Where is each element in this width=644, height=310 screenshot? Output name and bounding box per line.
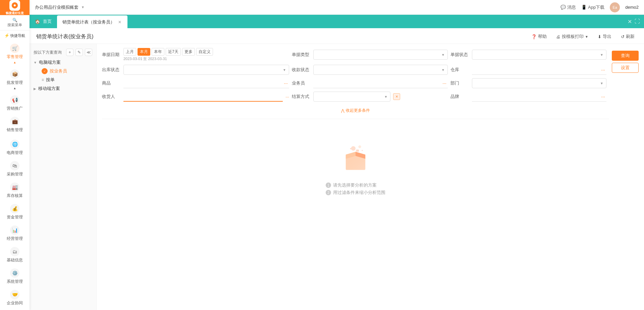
message-icon: 💬 (560, 5, 566, 10)
doc-type-dropdown[interactable]: ▼ (313, 50, 448, 60)
tree-item-by-staff[interactable]: ✓ 按业务员 (30, 67, 96, 75)
export-btn[interactable]: ⬇ 导出 (595, 32, 614, 41)
tab-sales-stat-label: 销货单统计表（按业务员） (62, 19, 115, 25)
date-btn-custom[interactable]: 自定义 (196, 48, 213, 56)
tab-close-icon[interactable]: ✕ (117, 20, 122, 24)
order-icon: ≡ (42, 78, 44, 82)
warehouse-input[interactable]: ··· (472, 65, 606, 75)
sidebar-item-stock[interactable]: 🏭 库存核算 (0, 180, 30, 201)
sidebar-item-operation[interactable]: 📊 经营管理 (0, 223, 30, 244)
sidebar-item-purchase[interactable]: 🛍 采购管理 (0, 158, 30, 180)
sidebar-item-corp[interactable]: 🤝 企业协同 (0, 287, 30, 309)
empty-state-illustration: ✦ ✦ (339, 141, 372, 174)
tab-action-expand[interactable]: ⛶ (635, 18, 640, 24)
avatar: Ea (610, 2, 620, 12)
help-btn[interactable]: ❓ 帮助 (529, 32, 549, 41)
brand-input[interactable]: ··· (472, 92, 606, 102)
edit-scheme-btn[interactable]: ✎ (75, 49, 83, 56)
date-btn-7days[interactable]: 近7天 (166, 48, 181, 56)
out-status-dropdown[interactable]: ▼ (123, 65, 289, 75)
tree-item-by-order[interactable]: ≡ 按单 (30, 75, 96, 84)
doc-status-dropdown[interactable]: ▼ (472, 50, 606, 60)
search-icon: 🔍 (12, 18, 17, 22)
goods-input[interactable]: ··· (123, 78, 289, 88)
doc-status-label: 单据状态 (450, 52, 469, 58)
template-print-btn[interactable]: 🖨 按模板打印 ▼ (553, 32, 591, 41)
settle-tag-close[interactable]: × (395, 94, 398, 99)
add-scheme-btn[interactable]: + (66, 49, 73, 56)
filter-actions-row: ⋀ 收起更多条件 (102, 105, 609, 117)
filter-cell-docstatus: 单据状态 ▼ (450, 50, 609, 60)
home-icon: 🏠 (35, 19, 40, 24)
message-label: 消息 (567, 4, 576, 10)
sidebar-item-wholesale[interactable]: 📦 批发管理 ▲ (0, 67, 30, 93)
date-btn-lastmonth[interactable]: 上月 (123, 48, 136, 56)
right-panel: 单据日期 上月 本月 本年 近7天 更多 自定义 (97, 44, 644, 310)
sidebar-item-finance[interactable]: 💰 资金管理 (0, 201, 30, 223)
sidebar-item-ecom[interactable]: 🌐 电商管理 (0, 137, 30, 158)
doc-type-arrow: ▼ (441, 53, 445, 57)
dept-dropdown[interactable]: ▼ (472, 78, 606, 88)
tree-item-desktop[interactable]: ▼ 电脑端方案 (30, 58, 96, 67)
main-content: 办公用品行业模拟账套 ▼ 💬 消息 📱 App下载 Ea demo2 🏠 首页 … (30, 0, 644, 310)
filter-cell-settle: 结算方式 ▼ × (292, 92, 450, 102)
date-label: 单据日期 (102, 52, 121, 58)
basic-icon: 🗂 (10, 247, 19, 256)
query-btn[interactable]: 查询 (612, 51, 639, 61)
sidebar-item-sales[interactable]: 💼 销售管理 (0, 114, 30, 136)
staff-dots: ··· (442, 81, 446, 86)
page-title-bar: 销货单统计表(按业务员) ❓ 帮助 🖨 按模板打印 ▼ ⬇ 导出 ↺ 刷新 (30, 28, 644, 44)
sidebar-item-newuser[interactable]: 🎯 新手引导 (0, 309, 30, 310)
collapse-filters-btn[interactable]: ⋀ 收起更多条件 (337, 106, 374, 115)
receiver-label: 收货人 (102, 94, 121, 100)
sidebar-item-basic[interactable]: 🗂 基础信息 (0, 244, 30, 266)
date-btn-thisyear[interactable]: 本年 (152, 48, 164, 56)
empty-tip-2-text: 用过滤条件来缩小分析范围 (333, 190, 385, 196)
wholesale-icon: 📦 (10, 69, 19, 79)
refresh-icon: ↺ (621, 34, 625, 39)
tree-item-mobile[interactable]: ▶ 移动端方案 (30, 84, 96, 93)
receipt-status-arrow: ▼ (441, 68, 445, 72)
receipt-status-dropdown[interactable]: ▼ (313, 65, 448, 75)
add-icon: + (68, 50, 71, 55)
tab-home[interactable]: 🏠 首页 (30, 15, 57, 28)
empty-tip-2: 2 用过滤条件来缩小分析范围 (326, 190, 385, 196)
settings-btn[interactable]: 设置 (612, 63, 639, 73)
collapse-panel-btn[interactable]: ≪ (85, 49, 92, 56)
sidebar-item-marketing[interactable]: 📢 营销推广 (0, 93, 30, 114)
brand-dots: ··· (601, 94, 605, 99)
tab-action-close[interactable]: ✕ (628, 18, 632, 25)
refresh-btn[interactable]: ↺ 刷新 (618, 32, 637, 41)
quick-nav-btn[interactable]: ⚡ 快捷导航 (0, 31, 30, 40)
collapse-up-icon: ⋀ (341, 108, 344, 113)
date-buttons: 上月 本月 本年 近7天 更多 自定义 (123, 48, 289, 56)
left-panel: 按以下方案查询 + ✎ ≪ ▼ (30, 44, 97, 310)
filter-cell-dept: 部门 ▼ (450, 78, 609, 88)
settle-tag: × (393, 93, 400, 100)
message-btn[interactable]: 💬 消息 (560, 4, 576, 10)
sidebar-item-retail[interactable]: 🛒 零售管理 ▲ (0, 41, 30, 67)
app-download-btn[interactable]: 📱 App下载 (581, 4, 604, 10)
retail-icon: 🛒 (10, 44, 19, 53)
workspace-selector[interactable]: 办公用品行业模拟账套 ▼ (35, 4, 85, 10)
staff-input[interactable]: ··· (313, 78, 448, 88)
settle-dropdown[interactable]: ▼ (313, 92, 390, 102)
workspace-title: 办公用品行业模拟账套 (35, 4, 78, 10)
search-menu-btn[interactable]: 🔍 搜索菜单 (0, 15, 30, 31)
filter-cell-warehouse: 仓库 ··· (450, 65, 609, 75)
goods-label: 商品 (102, 80, 121, 86)
sidebar-item-system[interactable]: ⚙️ 系统管理 (0, 266, 30, 287)
receiver-input[interactable] (123, 92, 283, 102)
tree-dot-icon: ✓ (42, 68, 48, 74)
date-btn-more[interactable]: 更多 (182, 48, 195, 56)
template-print-label: 按模板打印 (562, 34, 584, 40)
app-download-label: App下载 (588, 4, 604, 10)
tree-by-staff-label: 按业务员 (50, 68, 67, 74)
tab-sales-stat[interactable]: 销货单统计表（按业务员） ✕ (57, 15, 127, 29)
warehouse-dots: ··· (601, 67, 605, 72)
filter-row-2: 出库状态 ▼ 收款状态 ▼ (102, 65, 609, 75)
date-btn-thismonth[interactable]: 本月 (138, 48, 150, 56)
corp-icon: 🤝 (10, 290, 19, 299)
filter-cell-receiver: 收货人 ··· (102, 92, 292, 102)
app-logo: 畅捷通好生意 (0, 0, 30, 15)
